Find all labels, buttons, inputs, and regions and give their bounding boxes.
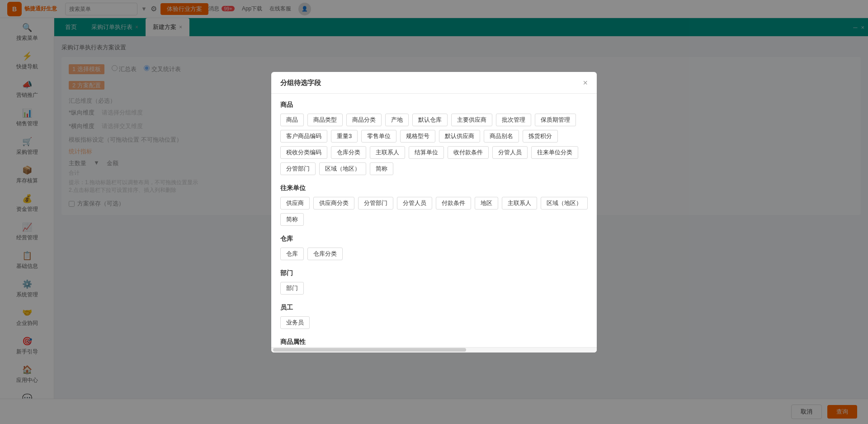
modal-body[interactable]: 商品 商品 商品类型 商品分类 产地 默认仓库 主要供应商 批次管理 保质期管理… <box>271 94 597 347</box>
field-tag-product-18[interactable]: 结算单位 <box>409 146 444 159</box>
modal-scroll-thumb <box>273 348 466 352</box>
section-department-title: 部门 <box>280 269 588 277</box>
field-tag-product-12[interactable]: 默认供应商 <box>439 130 480 143</box>
section-department: 部门 部门 <box>280 269 588 295</box>
field-tag-product-2[interactable]: 商品分类 <box>346 114 382 126</box>
modal-overlay[interactable]: 分组待选字段 × 商品 商品 商品类型 商品分类 产地 默认仓库 主要供应商 批… <box>0 0 868 424</box>
field-tag-product-6[interactable]: 批次管理 <box>496 114 531 126</box>
section-counterpart: 往来单位 供应商 供应商分类 分管部门 分管人员 付款条件 地区 主联系人 区域… <box>280 184 588 226</box>
field-tag-warehouse-1[interactable]: 仓库分类 <box>307 248 343 260</box>
modal-title: 分组待选字段 <box>280 79 321 87</box>
field-tag-warehouse-0[interactable]: 仓库 <box>280 248 304 260</box>
section-product-attr-title: 商品属性 <box>280 338 588 346</box>
section-product-title: 商品 <box>280 101 588 109</box>
modal-header: 分组待选字段 × <box>271 72 597 94</box>
employee-field-tags: 业务员 <box>280 316 588 329</box>
field-tag-product-15[interactable]: 税收分类编码 <box>280 146 327 159</box>
field-tag-product-17[interactable]: 主联系人 <box>370 146 405 159</box>
field-tag-product-11[interactable]: 规格型号 <box>400 130 435 143</box>
section-counterpart-title: 往来单位 <box>280 184 588 192</box>
field-tag-product-8[interactable]: 客户商品编码 <box>280 130 327 143</box>
field-tag-product-13[interactable]: 商品别名 <box>484 130 519 143</box>
field-tag-product-20[interactable]: 分管人员 <box>492 146 528 159</box>
field-tag-counterpart-5[interactable]: 地区 <box>475 197 498 210</box>
counterpart-field-tags: 供应商 供应商分类 分管部门 分管人员 付款条件 地区 主联系人 区域（地区） … <box>280 197 588 226</box>
field-tag-product-4[interactable]: 默认仓库 <box>412 114 448 126</box>
field-tag-counterpart-4[interactable]: 付款条件 <box>436 197 471 210</box>
field-tag-product-5[interactable]: 主要供应商 <box>451 114 492 126</box>
field-tag-product-7[interactable]: 保质期管理 <box>535 114 576 126</box>
field-tag-product-23[interactable]: 区域（地区） <box>319 162 366 175</box>
modal: 分组待选字段 × 商品 商品 商品类型 商品分类 产地 默认仓库 主要供应商 批… <box>271 72 597 353</box>
field-tag-counterpart-3[interactable]: 分管人员 <box>397 197 432 210</box>
section-warehouse: 仓库 仓库 仓库分类 <box>280 235 588 260</box>
section-product: 商品 商品 商品类型 商品分类 产地 默认仓库 主要供应商 批次管理 保质期管理… <box>280 101 588 175</box>
field-tag-product-14[interactable]: 拣货积分 <box>523 130 558 143</box>
field-tag-counterpart-2[interactable]: 分管部门 <box>358 197 393 210</box>
field-tag-product-9[interactable]: 重量3 <box>331 130 358 143</box>
field-tag-product-10[interactable]: 零售单位 <box>361 130 396 143</box>
product-field-tags: 商品 商品类型 商品分类 产地 默认仓库 主要供应商 批次管理 保质期管理 客户… <box>280 114 588 175</box>
field-tag-product-1[interactable]: 商品类型 <box>307 114 343 126</box>
section-product-attr: 商品属性 属性 颜色 多规格 尺码 鞋码 1 <box>280 338 588 347</box>
field-tag-counterpart-1[interactable]: 供应商分类 <box>313 197 354 210</box>
field-tag-counterpart-6[interactable]: 主联系人 <box>502 197 537 210</box>
field-tag-product-3[interactable]: 产地 <box>385 114 409 126</box>
field-tag-product-24[interactable]: 简称 <box>370 162 393 175</box>
department-field-tags: 部门 <box>280 282 588 295</box>
field-tag-product-16[interactable]: 仓库分类 <box>331 146 366 159</box>
field-tag-department-0[interactable]: 部门 <box>280 282 304 295</box>
field-tag-product-21[interactable]: 往来单位分类 <box>531 146 578 159</box>
section-employee: 员工 业务员 <box>280 304 588 329</box>
field-tag-product-22[interactable]: 分管部门 <box>280 162 316 175</box>
modal-close-button[interactable]: × <box>583 78 588 88</box>
modal-horizontal-scrollbar[interactable] <box>271 347 597 353</box>
field-tag-counterpart-0[interactable]: 供应商 <box>280 197 310 210</box>
field-tag-product-0[interactable]: 商品 <box>280 114 304 126</box>
field-tag-counterpart-7[interactable]: 区域（地区） <box>541 197 588 210</box>
warehouse-field-tags: 仓库 仓库分类 <box>280 248 588 260</box>
field-tag-counterpart-8[interactable]: 简称 <box>280 213 304 226</box>
field-tag-product-19[interactable]: 收付款条件 <box>448 146 489 159</box>
section-employee-title: 员工 <box>280 304 588 312</box>
section-warehouse-title: 仓库 <box>280 235 588 243</box>
field-tag-employee-0[interactable]: 业务员 <box>280 316 310 329</box>
